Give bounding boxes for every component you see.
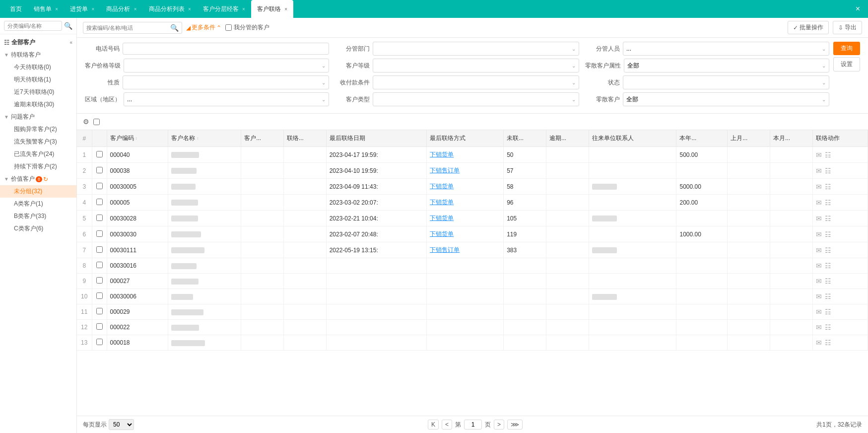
row-checkbox[interactable] bbox=[96, 199, 103, 205]
chat-icon[interactable]: ✉ bbox=[816, 167, 822, 175]
th-name[interactable]: 客户名称 ↕ bbox=[168, 130, 241, 147]
sidebar-group-value[interactable]: ▼ 价值客户 8 ↻ bbox=[0, 173, 76, 185]
grid-action-icon[interactable]: ☷ bbox=[825, 292, 831, 300]
cell-checkbox[interactable] bbox=[92, 274, 107, 289]
grid-action-icon[interactable]: ☷ bbox=[825, 199, 831, 207]
contact-way-link[interactable]: 下销货单 bbox=[430, 151, 454, 158]
cell-checkbox[interactable] bbox=[92, 289, 107, 304]
chat-icon[interactable]: ✉ bbox=[816, 151, 822, 159]
row-checkbox[interactable] bbox=[96, 151, 103, 157]
contact-way-link[interactable]: 下销货单 bbox=[430, 183, 454, 190]
grid-action-icon[interactable]: ☷ bbox=[825, 167, 831, 175]
sidebar-item-class-b[interactable]: B类客户(33) bbox=[0, 210, 76, 222]
sidebar-item-ungrouped[interactable]: 未分组(32) bbox=[0, 185, 76, 198]
row-checkbox[interactable] bbox=[96, 308, 103, 314]
chat-icon[interactable]: ✉ bbox=[816, 262, 822, 270]
th-this-month[interactable]: 本月... bbox=[770, 130, 812, 147]
th-type[interactable]: 客户... bbox=[241, 130, 284, 147]
chat-icon[interactable]: ✉ bbox=[816, 230, 822, 238]
sidebar-item-declining[interactable]: 持续下滑客户(2) bbox=[0, 160, 76, 173]
th-last-month[interactable]: 上月... bbox=[728, 130, 770, 147]
nav-product-list-close[interactable]: × bbox=[188, 6, 191, 12]
grid-action-icon[interactable]: ☷ bbox=[825, 339, 831, 347]
sidebar-all-customers[interactable]: ☷ 全部客户 « bbox=[0, 34, 76, 49]
sidebar-item-7days[interactable]: 近7天待联络(0) bbox=[0, 86, 76, 98]
sidebar-search-icon[interactable]: 🔍 bbox=[64, 22, 72, 30]
chat-icon[interactable]: ✉ bbox=[816, 323, 822, 331]
grid-action-icon[interactable]: ☷ bbox=[825, 277, 831, 285]
nav-customer-tier-close[interactable]: × bbox=[242, 6, 245, 12]
nav-product-analysis-close[interactable]: × bbox=[134, 6, 137, 12]
grid-action-icon[interactable]: ☷ bbox=[825, 323, 831, 331]
chat-icon[interactable]: ✉ bbox=[816, 199, 822, 207]
row-checkbox[interactable] bbox=[96, 277, 103, 284]
sidebar-item-hoarding[interactable]: 囤购异常客户(2) bbox=[0, 123, 76, 136]
row-checkbox[interactable] bbox=[96, 323, 103, 330]
customer-type-select[interactable]: ⌄ bbox=[373, 92, 579, 106]
row-checkbox[interactable] bbox=[96, 246, 103, 253]
sidebar-item-overdue[interactable]: 逾期未联络(30) bbox=[0, 98, 76, 111]
retail-attr-select[interactable]: 全部 ⌄ bbox=[624, 59, 829, 72]
row-checkbox[interactable] bbox=[96, 262, 103, 268]
select-all-checkbox[interactable] bbox=[93, 119, 100, 125]
retail-customer-select[interactable]: 全部 ⌄ bbox=[623, 92, 829, 106]
payment-select[interactable]: ⌄ bbox=[373, 75, 579, 89]
th-last-contact-way[interactable]: 最后联络方式 bbox=[427, 130, 504, 147]
nav-customer-tier[interactable]: 客户分层经客 × bbox=[197, 0, 251, 18]
close-all-tabs[interactable]: × bbox=[852, 4, 864, 13]
grid-action-icon[interactable]: ☷ bbox=[825, 183, 831, 191]
contact-way-link[interactable]: 下销货单 bbox=[430, 199, 454, 206]
page-size-select[interactable]: 50 100 200 bbox=[109, 419, 134, 430]
nav-sales-close[interactable]: × bbox=[55, 6, 58, 12]
contact-way-link[interactable]: 下销货单 bbox=[430, 230, 454, 237]
cell-checkbox[interactable] bbox=[92, 163, 107, 179]
batch-op-btn[interactable]: ✓ 批量操作 bbox=[788, 21, 829, 34]
phone-input[interactable] bbox=[123, 43, 329, 55]
search-input[interactable] bbox=[86, 25, 170, 31]
next-page-btn[interactable]: > bbox=[494, 420, 504, 430]
nav-product-analysis[interactable]: 商品分析 × bbox=[100, 0, 142, 18]
export-btn[interactable]: ⇩ 导出 bbox=[833, 21, 862, 34]
chat-icon[interactable]: ✉ bbox=[816, 339, 822, 347]
chat-icon[interactable]: ✉ bbox=[816, 215, 822, 222]
cell-checkbox[interactable] bbox=[92, 147, 107, 163]
prev-page-btn[interactable]: < bbox=[442, 420, 452, 430]
grid-action-icon[interactable]: ☷ bbox=[825, 151, 831, 159]
person-select[interactable]: ... ⌄ bbox=[623, 42, 829, 56]
row-checkbox[interactable] bbox=[96, 339, 103, 345]
region-select[interactable]: ... ⌄ bbox=[124, 92, 329, 106]
cell-checkbox[interactable] bbox=[92, 226, 107, 242]
sidebar-item-class-a[interactable]: A类客户(1) bbox=[0, 198, 76, 210]
th-unit-contact[interactable]: 往来单位联系人 bbox=[589, 130, 676, 147]
cell-checkbox[interactable] bbox=[92, 320, 107, 335]
grid-action-icon[interactable]: ☷ bbox=[825, 246, 831, 254]
grid-action-icon[interactable]: ☷ bbox=[825, 230, 831, 238]
grid-action-icon[interactable]: ☷ bbox=[825, 262, 831, 270]
more-conditions-btn[interactable]: ◢ 更多条件 ⌃ bbox=[186, 23, 221, 32]
dept-select[interactable]: ⌄ bbox=[373, 42, 579, 56]
cell-checkbox[interactable] bbox=[92, 258, 107, 274]
nav-purchase-close[interactable]: × bbox=[92, 6, 95, 12]
th-not-contacted[interactable]: 未联... bbox=[504, 130, 546, 147]
cell-checkbox[interactable] bbox=[92, 179, 107, 195]
sidebar-group-problem[interactable]: ▼ 问题客户 bbox=[0, 111, 76, 123]
grid-action-icon[interactable]: ☷ bbox=[825, 308, 831, 316]
first-page-btn[interactable]: K bbox=[428, 420, 439, 430]
page-number-input[interactable] bbox=[464, 420, 482, 430]
sidebar-item-tomorrow[interactable]: 明天待联络(1) bbox=[0, 73, 76, 86]
sidebar-item-today[interactable]: 今天待联络(0) bbox=[0, 61, 76, 73]
refresh-icon[interactable]: ↻ bbox=[43, 176, 48, 183]
th-code[interactable]: 客户编码 ↕ bbox=[107, 130, 168, 147]
sidebar-item-churned[interactable]: 已流失客户(24) bbox=[0, 148, 76, 160]
sidebar-item-churn-warning[interactable]: 流失预警客户(3) bbox=[0, 136, 76, 148]
last-page-btn[interactable]: ⋙ bbox=[507, 420, 523, 430]
th-this-year[interactable]: 本年... bbox=[676, 130, 728, 147]
nav-customer-contact[interactable]: 客户联络 × bbox=[251, 0, 293, 18]
cell-checkbox[interactable] bbox=[92, 195, 107, 211]
chat-icon[interactable]: ✉ bbox=[816, 292, 822, 300]
cell-checkbox[interactable] bbox=[92, 242, 107, 258]
contact-way-link[interactable]: 下销货单 bbox=[430, 215, 454, 221]
th-overdue[interactable]: 逾期... bbox=[546, 130, 589, 147]
cell-checkbox[interactable] bbox=[92, 335, 107, 351]
sidebar-group-pending[interactable]: ▼ 待联络客户 bbox=[0, 49, 76, 61]
